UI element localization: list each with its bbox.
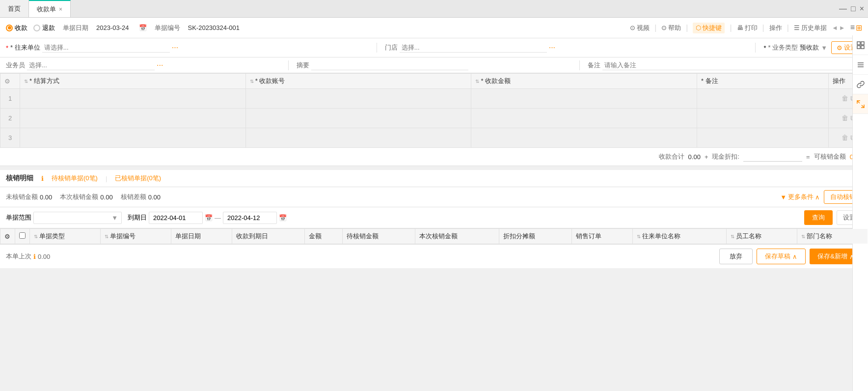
sep1: |	[654, 24, 656, 32]
row-num-3: 3	[0, 128, 20, 148]
row-2-amount[interactable]	[471, 109, 697, 128]
tab-home[interactable]: 首页	[0, 0, 29, 17]
toolbar-right: ⊙ 视频 | ⊙ 帮助 | ⬡ 快捷键 | 🖶 打印 | 操作 |	[630, 23, 862, 33]
th-discount: 折扣分摊额	[499, 229, 572, 244]
partner-header: 往来单位名称	[642, 232, 680, 241]
save-draft-btn[interactable]: 保存草稿 ∧	[757, 249, 806, 264]
select-all-checkbox[interactable]	[19, 232, 26, 239]
shortcut-btn[interactable]: ⬡ 快捷键	[693, 23, 725, 33]
remark-input[interactable]	[602, 60, 862, 70]
table-row: 3 🗑 ⧉	[0, 128, 868, 148]
row-3-settlement[interactable]	[20, 128, 246, 148]
business-dropdown-icon[interactable]: ▼	[821, 44, 827, 52]
summary-row: 收款合计 0.00 + 现金折扣: = 可核销金额 0.00	[0, 148, 868, 166]
row-1-settlement[interactable]	[20, 89, 246, 109]
due-date-header: 收款到期日	[236, 232, 268, 240]
unverified-value: 0.00	[40, 194, 52, 201]
video-icon: ⊙	[630, 24, 635, 31]
th-gear: ⚙	[0, 74, 20, 89]
tab-receipt[interactable]: 收款单 ×	[29, 0, 71, 17]
store-more-btn[interactable]: ···	[549, 43, 555, 52]
row-2-delete-icon[interactable]: 🗑	[841, 114, 848, 122]
list-view-btn[interactable]: ≡	[850, 23, 855, 32]
row-2-note[interactable]	[697, 109, 829, 128]
verify-section: 核销明细 ℹ 待核销单据(0笔) | 已核销单据(0笔) 未核销金额 0.00 …	[0, 170, 868, 244]
range-select-wrapper: ▼	[33, 212, 122, 224]
more-conditions-btn[interactable]: ▼ 更多条件 ∧	[780, 193, 820, 201]
maximize-btn[interactable]: □	[851, 4, 856, 13]
print-btn[interactable]: 🖶 打印	[737, 24, 758, 32]
net-label: 可核销金额	[814, 152, 846, 161]
discount-label: 现金折扣:	[712, 152, 739, 161]
calendar-icon[interactable]: 📅	[139, 24, 147, 31]
video-btn[interactable]: ⊙ 视频	[630, 24, 650, 32]
row-2-settlement[interactable]	[20, 109, 246, 128]
due-date-field: 到期日 📅 — 📅	[128, 212, 287, 224]
help-btn[interactable]: ⊙ 帮助	[661, 24, 681, 32]
row-2-account[interactable]	[245, 109, 471, 128]
th-dept: ⇅ 部门名称	[797, 229, 868, 244]
grid-view-btn[interactable]: ⊞	[856, 23, 862, 32]
sidebar-link-icon[interactable]	[853, 75, 868, 94]
save-draft-label: 保存草稿	[765, 252, 790, 261]
number-header: 单据编号	[110, 232, 136, 241]
sidebar-table-icon[interactable]	[853, 35, 868, 55]
operation-btn[interactable]: 操作	[769, 24, 782, 32]
sales-order-header: 销售订单	[576, 232, 601, 240]
bottom-table-wrapper[interactable]: ⚙ ⇅ 单据类型 ⇅	[0, 228, 868, 244]
cal-start-icon[interactable]: 📅	[205, 214, 213, 222]
business-value: 预收款	[800, 43, 819, 52]
row-1-note[interactable]	[697, 89, 829, 109]
sidebar-expand-icon[interactable]	[853, 94, 868, 114]
receipt-type-group: 收款 退款	[6, 24, 55, 32]
remark-field: 备注	[588, 60, 862, 70]
row-1-delete-icon[interactable]: 🗑	[841, 94, 848, 103]
row-3-account[interactable]	[245, 128, 471, 148]
staff-more-btn[interactable]: ···	[157, 61, 163, 70]
action-header: 操作	[833, 77, 845, 84]
query-btn[interactable]: 查询	[804, 210, 833, 225]
print-icon: 🖶	[737, 24, 743, 31]
shortcut-icon: ⬡	[696, 24, 701, 31]
summary-input[interactable]	[311, 60, 468, 70]
chevron-up-icon: ∧	[815, 194, 820, 201]
store-input[interactable]	[400, 43, 547, 53]
receipt-radio[interactable]: 收款	[6, 24, 27, 32]
pending-tab[interactable]: 待核销单据(0笔)	[52, 174, 98, 183]
sort-type-icon: ⇅	[34, 234, 38, 239]
history-btn[interactable]: ☰ 历史单据	[794, 24, 827, 32]
row-1-account[interactable]	[245, 89, 471, 109]
sidebar-list-icon[interactable]	[853, 55, 868, 75]
staff-input[interactable]	[27, 60, 155, 70]
table-gear-icon[interactable]: ⚙	[4, 78, 10, 85]
discount-input[interactable]	[743, 152, 802, 162]
current-stat-value: 0.00	[100, 194, 112, 201]
verify-info-icon[interactable]: ℹ	[41, 175, 44, 182]
abandon-btn[interactable]: 放弃	[719, 249, 753, 264]
view-toggle: ≡ ⊞	[850, 23, 862, 32]
prev-arrow[interactable]: ◄	[832, 24, 838, 31]
table-gear-2-icon[interactable]: ⚙	[4, 233, 10, 240]
row-3-amount[interactable]	[471, 128, 697, 148]
completed-tab[interactable]: 已核销单据(0笔)	[115, 174, 161, 183]
diff-value: 0.00	[148, 194, 161, 201]
cal-end-icon[interactable]: 📅	[279, 214, 287, 222]
partner-field: * * 往来单位 ···	[6, 43, 369, 53]
date-end-input[interactable]	[223, 212, 277, 224]
partner-more-btn[interactable]: ···	[172, 43, 178, 52]
minimize-btn[interactable]: —	[839, 4, 847, 13]
row-3-delete-icon[interactable]: 🗑	[841, 134, 848, 142]
th-staff: ⇅ 员工名称	[726, 229, 797, 244]
partner-input[interactable]	[42, 43, 170, 53]
range-select[interactable]	[33, 212, 122, 224]
next-arrow[interactable]: ►	[839, 24, 845, 31]
row-1-amount[interactable]	[471, 89, 697, 109]
svg-rect-0	[857, 42, 860, 45]
verify-title: 核销明细	[6, 174, 33, 183]
tab-close-icon[interactable]: ×	[59, 6, 62, 13]
save-new-label: 保存&新增	[817, 252, 847, 261]
row-3-note[interactable]	[697, 128, 829, 148]
refund-radio[interactable]: 退款	[33, 24, 55, 32]
window-close-btn[interactable]: ×	[860, 4, 864, 13]
date-start-input[interactable]	[149, 212, 203, 224]
